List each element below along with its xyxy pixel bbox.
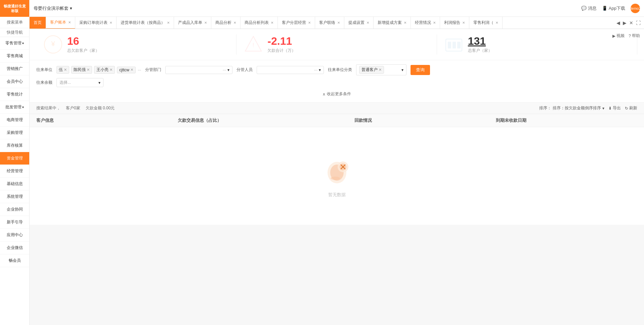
app-download-btn[interactable]: 📱 App下载 [602,5,625,11]
sidebar-item-basic-info[interactable]: 基础信息 [0,178,29,190]
tab-product-analysis[interactable]: 商品分析✕ [211,17,241,29]
unit-tag-wang-close[interactable]: ✕ [110,68,113,72]
dept-dots[interactable]: ··· [223,68,226,72]
chevron-down-icon: ▾ [70,6,72,11]
sidebar-item-purchase-mgmt[interactable]: 采购管理 [0,127,29,139]
sidebar-item-marketing[interactable]: 营销推广 [0,63,29,75]
tab-close-profit-report[interactable]: ✕ [462,21,465,25]
unit-tag-chen[interactable]: 陈民强 ✕ [71,66,92,74]
sidebar-item-member-center[interactable]: 会员中心 [0,75,29,88]
video-help-btn[interactable]: ▶ 视频 [612,33,625,39]
dept-chevron-icon: ▾ [227,68,229,72]
query-button[interactable]: 查询 [411,65,430,75]
unit-class-select[interactable]: 普通客户 ✕ ▾ [356,64,406,75]
sidebar-quick-nav[interactable]: 快捷导航 [0,28,29,37]
tab-home[interactable]: 首页 [30,17,46,29]
tab-customer-book[interactable]: 客户账本✕ [46,17,75,29]
tabs-maximize-btn[interactable]: ⛶ [635,20,641,26]
person-select[interactable]: ··· ▾ [257,66,324,74]
tab-inbound-stats[interactable]: 进货单统计表（按商品）✕ [117,17,174,29]
download-icon: 📱 [602,6,607,11]
tab-reminder-settings[interactable]: 提成设置✕ [344,17,374,29]
sidebar-item-app-center[interactable]: 应用中心 [0,229,29,242]
tab-production-inbound[interactable]: 产成品入库单✕ [174,17,211,29]
main-area: 母婴行业演示帐套 ▾ 💬 消息 📱 App下载 demo2 首页客户账本✕采购订… [30,0,644,325]
sidebar-item-retail-stats[interactable]: 零售统计 [0,88,29,101]
remainder-select[interactable]: 选择... ▾ [56,78,103,87]
tab-ops-status[interactable]: 经营情况✕ [411,17,440,29]
sidebar-logo[interactable]: 畅捷通好生意 标版 [0,0,29,17]
table-header-col-3: 回款情况 [354,117,496,123]
message-btn[interactable]: 💬 消息 [581,5,597,11]
unit-tag-wu[interactable]: 伍 ✕ [56,66,69,74]
unit-tag-chen-close[interactable]: ✕ [87,68,90,72]
tab-close-ops-status[interactable]: ✕ [433,21,436,25]
help-btn[interactable]: ? 帮助 [629,33,640,39]
credit-amount: 欠款金额 0.00元 [86,105,115,111]
sidebar-item-new-guide[interactable]: 新手引导 [0,216,29,229]
sidebar-item-ops-mgmt[interactable]: 经营管理 [0,165,29,178]
sort-label: 排序： [539,105,551,111]
content-area: ¥ 16 总欠款客户（家） ! -2.11 欠款合计 [30,29,644,325]
stat-credit-info: 16 总欠款客户（家） [67,36,99,53]
unit-class-tag-normal[interactable]: 普通客户 ✕ [359,66,384,74]
sidebar-item-enterprise-collab[interactable]: 企业协同 [0,203,29,216]
export-icon: ⬇ [608,106,612,111]
avatar[interactable]: demo2 [631,4,640,13]
tab-close-new-reminder-plan[interactable]: ✕ [404,21,406,25]
sidebar-search[interactable]: 搜索菜单 [0,17,29,28]
sidebar-item-vip-member[interactable]: 畅会员 [0,254,29,267]
remainder-chevron-icon: ▾ [98,80,100,85]
sidebar-item-inventory[interactable]: 库存核算 [0,139,29,152]
tab-profit-report[interactable]: 利润报告✕ [440,17,469,29]
topbar-right: 💬 消息 📱 App下载 demo2 [581,4,640,13]
unit-tag-cjttcw[interactable]: cjttcw ✕ [117,67,136,73]
tab-new-reminder-plan[interactable]: 新增提成方案✕ [374,17,411,29]
tab-customer-segmentation[interactable]: 客户分层经营✕ [278,17,315,29]
refresh-btn[interactable]: ↻ 刷新 [625,105,637,111]
sidebar-item-wholesale-mgmt[interactable]: 批发管理▾ [0,101,29,114]
unit-tag-cjttcw-close[interactable]: ✕ [130,68,133,72]
tab-customer-contact[interactable]: 客户联络✕ [315,17,344,29]
tab-close-retail-profit[interactable]: ✕ [496,21,498,25]
sort-select[interactable]: 排序： 排序：按欠款金额倒序排序 ▾ [539,105,604,111]
svg-rect-6 [453,42,456,48]
dept-select[interactable]: ··· ▾ [165,66,232,74]
empty-state: 暂无数据 [30,127,644,225]
table-area: 客户信息 欠款交易信息（占比） 回款情况 到期未收款日期 [30,114,644,225]
account-selector[interactable]: 母婴行业演示帐套 ▾ [34,5,72,11]
unit-class-tag-close[interactable]: ✕ [379,68,382,72]
topbar-left: 母婴行业演示帐套 ▾ [34,5,72,11]
unit-tags-more[interactable]: ··· [138,68,141,72]
sidebar-item-ecom-mgmt[interactable]: 电商管理 [0,114,29,127]
sidebar-item-enterprise-wechat[interactable]: 企业微信 [0,242,29,254]
tabs-prev-btn[interactable]: ◀ [616,20,621,26]
collapse-btn[interactable]: ∧ 收起更多条件 [320,90,354,98]
tab-close-inbound-stats[interactable]: ✕ [167,21,170,25]
filter-row-1: 往来单位 伍 ✕ 陈民强 ✕ 王小亮 ✕ cjttcw [36,64,637,75]
tab-close-customer-book[interactable]: ✕ [68,21,71,24]
tab-close-product-analysis[interactable]: ✕ [233,21,236,25]
tab-close-customer-contact[interactable]: ✕ [337,21,340,25]
tabs-next-btn[interactable]: ▶ [622,20,627,26]
tab-close-reminder-settings[interactable]: ✕ [367,21,369,25]
tab-close-customer-segmentation[interactable]: ✕ [308,21,311,25]
sidebar-item-retail-mall[interactable]: 零售商城 [0,50,29,63]
sort-chevron-icon: ▾ [602,106,604,111]
sidebar-item-sys-mgmt[interactable]: 系统管理 [0,190,29,203]
unit-tag-wang[interactable]: 王小亮 ✕ [94,66,115,74]
result-bar-left: 搜索结果中， 客户0家 欠款金额 0.00元 [36,105,115,111]
export-btn[interactable]: ⬇ 导出 [608,105,621,111]
tab-close-purchase-order-stats[interactable]: ✕ [110,21,112,25]
tab-close-production-inbound[interactable]: ✕ [204,21,207,25]
sidebar-item-retail-mgmt[interactable]: 零售管理▾ [0,37,29,50]
person-dots[interactable]: ··· [314,68,317,72]
tab-product-analysis-list[interactable]: 商品分析列表✕ [241,17,278,29]
tab-close-product-analysis-list[interactable]: ✕ [271,21,273,25]
table-header-col-1: 客户信息 [36,117,178,123]
tabs-close-all-btn[interactable]: ✕ [629,20,634,26]
tab-purchase-order-stats[interactable]: 采购订单统计表✕ [75,17,117,29]
unit-tag-wu-close[interactable]: ✕ [64,68,67,72]
tab-retail-profit[interactable]: 零售利润（✕ [469,17,503,29]
sidebar-item-capital-mgmt[interactable]: 资金管理 [0,152,29,165]
